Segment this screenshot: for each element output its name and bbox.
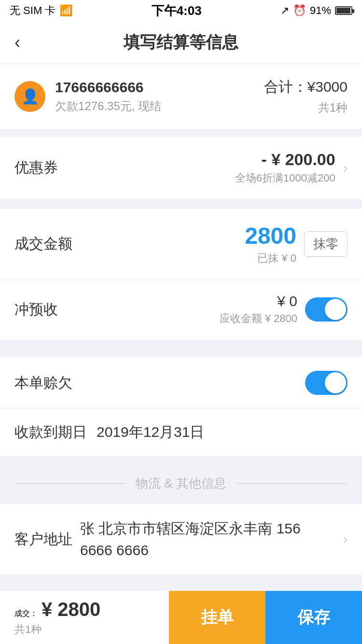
receivable-amount: 应收金额 ¥ 2800 xyxy=(220,311,297,326)
alarm-icon: ⏰ xyxy=(293,4,306,17)
customer-total: 合计：¥3000 共1种 xyxy=(264,77,348,115)
status-right: ↗ ⏰ 91% xyxy=(280,4,352,17)
location-icon: ↗ xyxy=(280,4,289,17)
save-button[interactable]: 保存 xyxy=(265,591,362,644)
address-chevron-icon: › xyxy=(343,532,348,547)
bottom-bar: 成交： ¥ 2800 共1种 挂单 保存 xyxy=(0,591,362,644)
content-area: 👤 17666666666 欠款1276.35元, 现结 合计：¥3000 共1… xyxy=(0,64,362,632)
back-button[interactable]: ‹ xyxy=(14,32,43,53)
deal-amount-label: 成交金额 xyxy=(14,234,72,254)
bottom-count: 共1种 xyxy=(14,622,154,637)
logistics-divider: 物流 & 其他信息 xyxy=(0,463,362,504)
customer-debt: 欠款1276.35元, 现结 xyxy=(55,98,161,114)
total-amount: 合计：¥3000 xyxy=(264,77,348,97)
battery-icon xyxy=(335,6,352,15)
deal-amount-row: 成交金额 2800 已抹 ¥ 0 抹零 xyxy=(0,209,362,280)
prepay-row: 冲预收 ¥ 0 应收金额 ¥ 2800 xyxy=(0,280,362,340)
address-label: 客户地址 xyxy=(14,530,72,549)
debit-row: 本单赊欠 xyxy=(0,357,362,408)
coupon-desc: 全场6折满1000减200 xyxy=(235,171,335,185)
prepay-toggle[interactable] xyxy=(305,297,348,322)
section-divider-1 xyxy=(0,199,362,209)
page-title: 填写结算等信息 xyxy=(124,31,238,54)
customer-info: 17666666666 欠款1276.35元, 现结 xyxy=(55,79,161,114)
status-bar: 无 SIM 卡 📶 下午4:03 ↗ ⏰ 91% xyxy=(0,0,362,21)
hold-button[interactable]: 挂单 xyxy=(169,591,265,644)
prepay-amount: ¥ 0 xyxy=(220,293,297,309)
divider-line-right xyxy=(236,483,348,484)
total-count: 共1种 xyxy=(264,100,348,115)
bottom-summary: 成交： ¥ 2800 共1种 xyxy=(0,599,169,637)
status-left: 无 SIM 卡 📶 xyxy=(10,3,72,18)
coupon-amount: - ¥ 200.00 xyxy=(235,150,335,169)
section-divider-2 xyxy=(0,340,362,350)
wifi-icon: 📶 xyxy=(59,4,72,17)
customer-phone: 17666666666 xyxy=(55,79,161,96)
coupon-row[interactable]: 优惠券 - ¥ 200.00 全场6折满1000减200 › xyxy=(0,137,362,199)
customer-card: 👤 17666666666 欠款1276.35元, 现结 合计：¥3000 共1… xyxy=(0,64,362,129)
duedate-value: 2019年12月31日 xyxy=(97,422,204,442)
already-zero: 已抹 ¥ 0 xyxy=(245,251,296,266)
duedate-label: 收款到期日 xyxy=(14,422,87,442)
carrier-label: 无 SIM 卡 xyxy=(10,3,56,18)
debit-toggle[interactable] xyxy=(305,371,348,395)
bottom-amount: ¥ 2800 xyxy=(42,599,100,620)
bottom-deal-label: 成交： xyxy=(14,609,38,619)
duedate-row: 收款到期日 2019年12月31日 xyxy=(0,409,362,456)
debit-toggle-thumb xyxy=(325,372,346,393)
coupon-label: 优惠券 xyxy=(14,158,58,178)
divider-line-left xyxy=(14,483,126,484)
deal-amount-value: 2800 xyxy=(245,223,296,249)
debit-label: 本单赊欠 xyxy=(14,373,72,393)
battery-label: 91% xyxy=(310,4,331,17)
address-row[interactable]: 客户地址 张 北京市市辖区海淀区永丰南 156 6666 6666 › xyxy=(0,504,362,574)
logistics-label: 物流 & 其他信息 xyxy=(136,475,226,492)
nav-bar: ‹ 填写结算等信息 xyxy=(0,21,362,64)
coupon-chevron-icon: › xyxy=(343,160,348,176)
toggle-thumb xyxy=(325,299,346,320)
zero-button[interactable]: 抹零 xyxy=(304,231,348,257)
prepay-label: 冲预收 xyxy=(14,300,58,320)
avatar-icon: 👤 xyxy=(21,88,39,105)
status-time: 下午4:03 xyxy=(152,2,202,19)
address-value: 张 北京市市辖区海淀区永丰南 156 6666 6666 xyxy=(72,518,343,561)
avatar: 👤 xyxy=(14,81,45,112)
